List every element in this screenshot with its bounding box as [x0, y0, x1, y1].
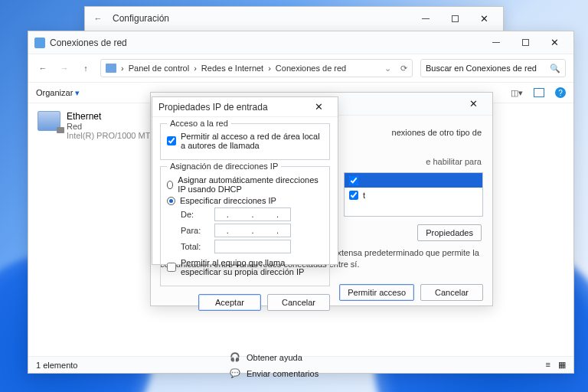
ip-properties-dialog: Propiedades IP de entrada ✕ Acceso a la … [152, 96, 338, 265]
ok-button[interactable]: Aceptar [198, 294, 261, 311]
chevron-down-icon[interactable]: ⌄ [384, 64, 391, 74]
list-item[interactable]: t [345, 188, 482, 202]
from-label: De: [181, 210, 208, 219]
feedback-icon: 💬 [230, 368, 240, 378]
allow-access-button[interactable]: Permitir acceso [339, 284, 414, 301]
ip-assignment-group: Asignación de direcciones IP Asignar aut… [160, 166, 330, 286]
back-icon[interactable]: ← [36, 61, 50, 75]
from-ip-input[interactable]: ... [214, 207, 291, 221]
to-ip-input[interactable]: ... [214, 224, 291, 237]
chevron-right-icon: › [119, 64, 126, 73]
protocol-listbox[interactable]: t [344, 172, 483, 217]
chevron-right-icon: › [266, 64, 273, 73]
search-input[interactable]: Buscar en Conexiones de red 🔍 [420, 59, 566, 77]
help-icon: 🎧 [230, 352, 240, 362]
minimize-button[interactable] [413, 10, 439, 27]
checkbox[interactable] [349, 176, 358, 185]
search-placeholder: Buscar en Conexiones de red [426, 64, 545, 73]
preview-pane-icon[interactable] [534, 88, 544, 97]
organize-menu[interactable]: Organizar ▾ [36, 88, 80, 98]
close-button[interactable]: ✕ [305, 99, 332, 116]
allow-caller-ip-checkbox[interactable]: Permitir al equipo que llama especificar… [167, 258, 323, 276]
settings-window: ← Configuración ✕ [84, 6, 504, 32]
nav-toolbar: ← → ↑ › Panel de control › Redes e Inter… [28, 54, 573, 83]
pc-icon [106, 64, 116, 73]
crumb-2[interactable]: Conexiones de red [276, 64, 346, 73]
cancel-button[interactable]: Cancelar [420, 284, 483, 301]
group-label: Acceso a la red [167, 119, 231, 128]
minimize-button[interactable] [483, 34, 509, 51]
checkbox[interactable] [349, 191, 358, 200]
window-title: Conexiones de red [50, 38, 483, 48]
settings-title: Configuración [113, 13, 413, 24]
close-button[interactable]: ✕ [541, 34, 567, 51]
up-icon[interactable]: ↑ [79, 61, 93, 75]
total-label: Total: [181, 242, 208, 251]
list-item[interactable] [345, 173, 482, 188]
properties-button[interactable]: Propiedades [417, 224, 482, 241]
help-links: 🎧Obtener ayuda 💬Enviar comentarios [230, 352, 318, 378]
dialog-title: Propiedades IP de entrada [158, 102, 305, 113]
crumb-0[interactable]: Panel de control [129, 64, 190, 73]
close-button[interactable]: ✕ [460, 96, 486, 113]
total-output [214, 240, 291, 253]
specify-ip-radio[interactable]: Especificar direcciones IP [167, 196, 323, 205]
view-options-icon[interactable]: ◫▾ [511, 88, 523, 98]
icons-view-icon[interactable]: ▦ [558, 360, 566, 370]
feedback-link[interactable]: 💬Enviar comentarios [230, 368, 318, 378]
group-label: Asignación de direcciones IP [167, 162, 281, 171]
app-icon [34, 38, 45, 48]
close-button[interactable]: ✕ [471, 10, 497, 27]
breadcrumb[interactable]: › Panel de control › Redes e Internet › … [100, 59, 413, 77]
adapter-icon [38, 111, 60, 131]
to-label: Para: [181, 226, 208, 235]
maximize-button[interactable] [442, 10, 468, 27]
allow-lan-checkbox[interactable]: Permitir al acceso a red de área local a… [167, 132, 323, 150]
cancel-button[interactable]: Cancelar [267, 294, 330, 311]
details-view-icon[interactable]: ≡ [546, 360, 550, 370]
get-help-link[interactable]: 🎧Obtener ayuda [230, 352, 318, 362]
refresh-icon[interactable]: ⟳ [400, 64, 407, 74]
chevron-right-icon: › [192, 64, 198, 73]
crumb-1[interactable]: Redes e Internet [201, 64, 263, 73]
dhcp-radio[interactable]: Asignar automáticamente direcciones IP u… [167, 175, 323, 194]
back-icon[interactable]: ← [91, 11, 105, 25]
network-access-group: Acceso a la red Permitir al acceso a red… [160, 123, 330, 160]
status-text: 1 elemento [36, 361, 77, 370]
maximize-button[interactable] [512, 34, 538, 51]
forward-icon[interactable]: → [57, 61, 71, 75]
help-icon[interactable]: ? [555, 87, 566, 98]
search-icon: 🔍 [550, 64, 560, 74]
